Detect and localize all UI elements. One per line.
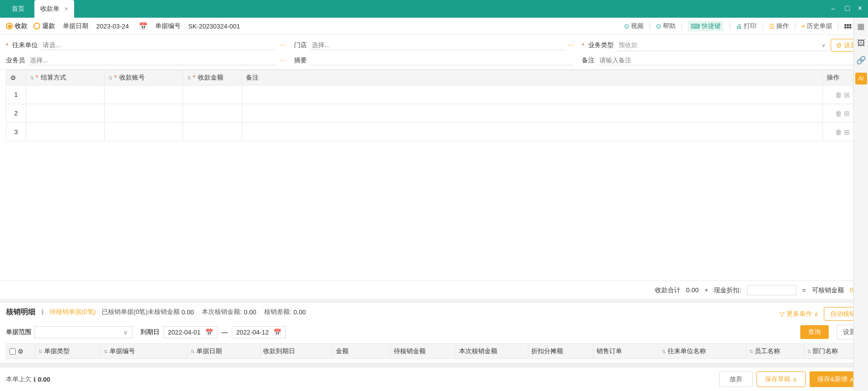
row-settle-1[interactable] [26,85,105,104]
row-remark-2[interactable] [242,104,823,123]
layout-btn[interactable] [844,24,851,28]
query-button[interactable]: 查询 [800,325,829,339]
sidebar-table-icon[interactable]: ▦ [857,22,865,31]
bottom-th-gear[interactable]: ⚙ [6,344,35,359]
tab-close-icon[interactable]: × [64,5,68,13]
ops-action[interactable]: ☰ 操作 [769,22,789,30]
more-conditions-btn[interactable]: ▽ 更多条件 ∧ [780,309,819,318]
copy-row-1-icon[interactable]: ⊞ [844,91,850,99]
delete-row-2-icon[interactable]: 🗑 [835,110,842,117]
row-remark-1[interactable] [242,85,823,104]
date-to-icon[interactable]: 📅 [273,329,281,336]
save-draft-button[interactable]: 保存草稿 ∧ [757,371,806,387]
table-row: 3 🗑 ⊞ [6,123,862,141]
row-num-3: 3 [6,123,26,141]
bottom-gear-icon: ⚙ [18,348,24,355]
copy-row-3-icon[interactable]: ⊞ [844,128,850,136]
print-action[interactable]: 🖨 打印 [736,22,757,30]
table-section: ⚙ ⇅ * 结算方式 ⇅ * 收款账号 ⇅ * 收款 [0,70,868,280]
sidebar-link-icon[interactable]: 🔗 [856,56,866,65]
table-header-row: ⚙ ⇅ * 结算方式 ⇅ * 收款账号 ⇅ * 收款 [6,70,862,85]
bottom-table: ⚙ ⇅ 单据类型 ⇅ 单据编号 ⇅ 单据日期 [6,343,862,359]
salesperson-field: 业务员 ··· [6,56,286,65]
date-to-input[interactable]: 2022-04-12 📅 [232,326,286,338]
minimize-button[interactable]: － [827,4,839,14]
delete-row-1-icon[interactable]: 🗑 [835,91,842,99]
help-action[interactable]: ⊙ 帮助 [656,22,676,30]
verify-section: 核销明细 ℹ 待核销单据(0笔) 已核销单据(0笔) 未核销金额 0.00 本次… [0,303,868,363]
radio-refund[interactable]: 退款 [33,22,55,30]
date-from-icon[interactable]: 📅 [205,329,213,336]
sort-dept-icon[interactable]: ⇅ [807,349,811,354]
row-amount-3[interactable] [183,123,242,141]
row-num-1: 1 [6,85,26,104]
bottom-th-discount: 折扣分摊额 [528,344,594,359]
sort-settle-icon[interactable]: ⇅ [30,75,34,81]
th-remark: 备注 [242,70,823,85]
business-type-label: 业务类型 [588,41,614,50]
verify-info-icon[interactable]: ℹ [41,308,44,316]
shortcut-action[interactable]: ⌨ 快捷键 [688,21,724,31]
help-icon: ⊙ [656,23,661,30]
salesperson-more-btn[interactable]: ··· [279,56,286,65]
footer-info-icon[interactable]: ℹ [33,376,36,383]
counterpart-more-btn[interactable]: ··· [279,41,286,50]
table-settings-header[interactable]: ⚙ [6,70,26,85]
sidebar-edit-icon[interactable]: Ai [855,73,867,84]
row-account-3[interactable] [105,123,183,141]
maximize-button[interactable]: □ [843,4,852,14]
video-action[interactable]: ⊙ 视频 [624,22,644,30]
done-tab[interactable]: 已核销单据(0笔) [102,307,148,316]
help-label: 帮助 [663,22,676,30]
store-more-btn[interactable]: ··· [568,41,574,50]
receipt-table: ⚙ ⇅ * 结算方式 ⇅ * 收款账号 ⇅ * 收款 [6,70,862,141]
th-amount: ⇅ * 收款金额 [183,70,242,85]
divider5 [795,22,795,30]
row-account-2[interactable] [105,104,183,123]
pending-tab[interactable]: 待核销单据(0笔) [50,307,96,316]
table-gear-icon: ⚙ [10,74,16,82]
sidebar-image-icon[interactable]: 🖼 [857,39,865,48]
main-area: 收款 退款 单据日期 2023-03-24 📅 单据编号 SK-20230324… [0,18,868,391]
row-remark-3[interactable] [242,123,823,141]
business-type-select[interactable]: 预收款 ∨ [617,40,828,51]
form-row-2: 业务员 ··· 摘要 备注 [6,56,862,65]
range-select[interactable]: ∨ [34,326,133,338]
history-action[interactable]: ≡ 历史单据 [801,22,832,30]
bottom-th-pending-label: 待核销金额 [394,347,426,355]
sort-type-icon[interactable]: ⇅ [38,349,42,354]
bottom-th-amount: 金额 [332,344,390,359]
counterpart-input[interactable] [41,40,275,50]
summary-input[interactable] [310,56,574,65]
sort-employee-icon[interactable]: ⇅ [749,349,753,354]
date-label: 单据日期 [63,22,88,30]
sort-number-icon[interactable]: ⇅ [104,349,108,354]
range-select-arrow: ∨ [123,329,128,336]
sort-date-icon[interactable]: ⇅ [190,349,194,354]
copy-row-2-icon[interactable]: ⊞ [844,110,850,117]
remark-input[interactable] [597,56,862,65]
salesperson-input[interactable] [28,56,275,65]
tab-receipt[interactable]: 收款单 × [34,0,74,18]
sort-amount-icon[interactable]: ⇅ [187,75,191,81]
select-all-checkbox[interactable] [9,348,16,355]
row-settle-3[interactable] [26,123,105,141]
date-picker-icon[interactable]: 📅 [139,22,147,30]
abandon-button[interactable]: 放弃 [719,371,753,387]
discount-input[interactable] [747,285,796,295]
store-input[interactable] [310,40,564,50]
date-from-input[interactable]: 2022-04-01 📅 [163,326,217,338]
th-account: ⇅ * 收款账号 [105,70,183,85]
radio-receipt[interactable]: 收款 [6,22,27,30]
total-label: 收款合计 [655,286,680,295]
delete-row-3-icon[interactable]: 🗑 [835,128,842,136]
sort-account-icon[interactable]: ⇅ [108,75,112,81]
close-button[interactable]: × [856,4,864,14]
row-amount-1[interactable] [183,85,242,104]
sort-partner-icon[interactable]: ⇅ [662,349,666,354]
tab-home[interactable]: 首页 [4,0,32,18]
bottom-th-duedate: 收款到期日 [260,344,332,359]
row-settle-2[interactable] [26,104,105,123]
row-account-1[interactable] [105,85,183,104]
row-amount-2[interactable] [183,104,242,123]
